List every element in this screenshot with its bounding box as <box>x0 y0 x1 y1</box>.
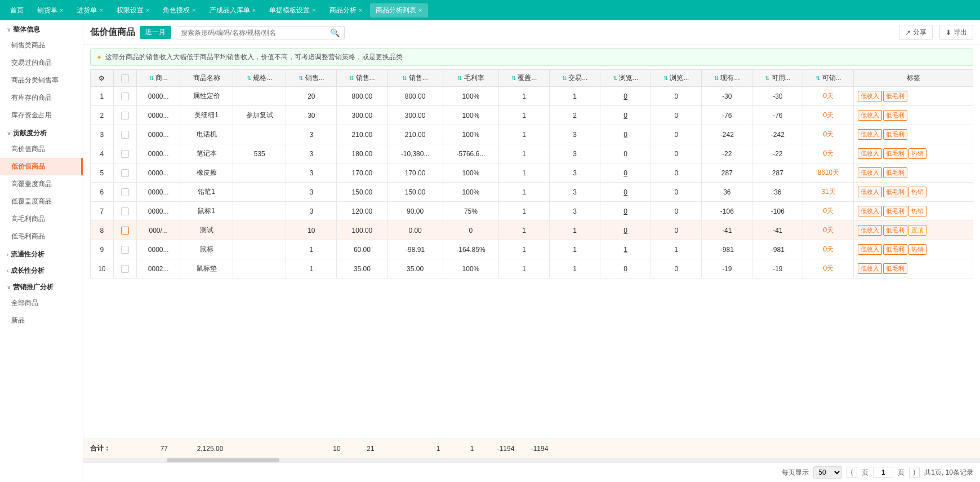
sidebar-item-stock-capital[interactable]: 库存资金占用 <box>0 107 83 124</box>
row-checkbox[interactable] <box>113 125 137 144</box>
close-icon[interactable]: × <box>252 7 256 14</box>
row-checkbox[interactable] <box>113 259 137 278</box>
sidebar-group-contribution[interactable]: ∨ 贡献度分析 <box>0 124 83 140</box>
sidebar-item-traded-products[interactable]: 交易过的商品 <box>0 54 83 72</box>
row-browse1[interactable]: 0 <box>600 87 651 106</box>
chevron-down-icon[interactable]: ∨ <box>7 284 11 290</box>
nav-template[interactable]: 单据模板设置 × <box>264 3 321 17</box>
row-name: 鼠标垫 <box>180 259 233 278</box>
sidebar-item-sales-products[interactable]: 销售类商品 <box>0 37 83 54</box>
sidebar-item-low-value[interactable]: 低价值商品 <box>0 158 83 175</box>
sidebar-item-high-margin[interactable]: 高毛利商品 <box>0 210 83 228</box>
row-spec <box>233 221 286 240</box>
first-page-button[interactable]: ⟨ <box>847 467 857 478</box>
row-gross-rate: 100% <box>443 87 498 106</box>
close-icon[interactable]: × <box>418 7 422 14</box>
row-gross-rate: 100% <box>443 106 498 125</box>
page-number-input[interactable] <box>873 467 893 478</box>
row-num: 2 <box>91 106 114 125</box>
page-title: 低价值商品 <box>90 26 135 38</box>
row-checkbox[interactable] <box>113 183 137 202</box>
row-browse1[interactable]: 1 <box>600 240 651 259</box>
horizontal-scrollbar[interactable] <box>83 458 980 462</box>
next-page-button[interactable]: ⟩ <box>909 467 920 478</box>
row-available: 287 <box>752 163 803 183</box>
chevron-right-icon[interactable]: › <box>7 251 8 258</box>
close-icon[interactable]: × <box>146 7 149 14</box>
row-browse1[interactable]: 0 <box>600 106 651 125</box>
sidebar-group-overall[interactable]: ∨ 整体信息 <box>0 20 83 37</box>
chevron-down-icon[interactable]: ∨ <box>7 26 11 33</box>
chevron-right-icon[interactable]: › <box>7 268 8 274</box>
row-browse1[interactable]: 0 <box>600 125 651 144</box>
row-gross-rate: 100% <box>443 183 498 202</box>
sidebar-item-all-products[interactable]: 全部商品 <box>0 294 83 312</box>
row-browse1[interactable]: 0 <box>600 202 651 221</box>
row-browse1[interactable]: 0 <box>600 183 651 202</box>
row-available: -41 <box>752 221 803 240</box>
row-browse1[interactable]: 0 <box>600 259 651 278</box>
col-settings[interactable]: ⚙ <box>91 70 114 87</box>
footer-sales-amount: 2,125.00 <box>185 445 235 453</box>
row-checkbox[interactable] <box>113 106 137 125</box>
row-browse1[interactable]: 0 <box>600 144 651 163</box>
row-name: 属性定价 <box>180 87 233 106</box>
row-browse2: 0 <box>651 183 702 202</box>
close-icon[interactable]: × <box>359 7 362 14</box>
row-checkbox[interactable] <box>113 163 137 183</box>
select-all-checkbox[interactable] <box>121 74 129 82</box>
col-checkbox[interactable] <box>113 70 137 87</box>
settings-icon[interactable]: ⚙ <box>99 74 105 82</box>
close-icon[interactable]: × <box>312 7 315 14</box>
sidebar-item-category-sales-rate[interactable]: 商品分类销售率 <box>0 72 83 89</box>
close-icon[interactable]: × <box>60 7 63 14</box>
sidebar-item-low-margin[interactable]: 低毛利商品 <box>0 228 83 245</box>
row-trade: 3 <box>550 163 600 183</box>
nav-home[interactable]: 首页 <box>5 3 29 17</box>
row-browse1[interactable]: 0 <box>600 221 651 240</box>
row-available: -76 <box>752 106 803 125</box>
row-name: 铅笔1 <box>180 183 233 202</box>
sidebar-item-stock-products[interactable]: 有库存的商品 <box>0 89 83 107</box>
header-actions: ↗ 分享 ⬇ 导出 <box>899 25 973 40</box>
export-icon: ⬇ <box>946 29 951 37</box>
nav-product-analysis[interactable]: 商品分析 × <box>324 3 368 17</box>
row-coverage: 1 <box>499 87 550 106</box>
nav-roles[interactable]: 角色授权 × <box>157 3 201 17</box>
nav-sales-order[interactable]: 销货单 × <box>32 3 69 17</box>
export-button[interactable]: ⬇ 导出 <box>939 25 973 40</box>
time-filter-button[interactable]: 近一月 <box>140 26 171 39</box>
chevron-down-icon[interactable]: ∨ <box>7 130 11 136</box>
row-checkbox[interactable] <box>113 144 137 163</box>
row-num: 5 <box>91 163 114 183</box>
sidebar-item-high-value[interactable]: 高价值商品 <box>0 140 83 158</box>
row-checkbox[interactable] <box>113 240 137 259</box>
row-sales-avg: 800.00 <box>387 87 443 106</box>
row-sales-amount: 60.00 <box>337 240 387 259</box>
row-checkbox[interactable] <box>113 87 137 106</box>
close-icon[interactable]: × <box>192 7 195 14</box>
sidebar-item-new-products[interactable]: 新品 <box>0 312 83 329</box>
row-checkbox[interactable] <box>113 221 137 240</box>
page-size-select[interactable]: 50 20 100 <box>813 466 842 479</box>
row-sales-avg: 0.00 <box>387 221 443 240</box>
row-name: 吴细细1 <box>180 106 233 125</box>
sidebar-group-growth[interactable]: › 成长性分析 <box>0 262 83 278</box>
sidebar-group-marketing[interactable]: ∨ 营销推广分析 <box>0 278 83 294</box>
close-icon[interactable]: × <box>99 7 103 14</box>
nav-production[interactable]: 产成品入库单 × <box>204 3 261 17</box>
row-browse1[interactable]: 0 <box>600 163 651 183</box>
row-saleable: 0天 <box>803 106 854 125</box>
sidebar-group-circulation[interactable]: › 流通性分析 <box>0 245 83 262</box>
sidebar-item-high-coverage[interactable]: 高覆盖度商品 <box>0 175 83 193</box>
row-available: -981 <box>752 240 803 259</box>
share-button[interactable]: ↗ 分享 <box>899 25 933 40</box>
nav-permissions[interactable]: 权限设置 × <box>111 3 155 17</box>
sidebar-item-low-coverage[interactable]: 低覆盖度商品 <box>0 193 83 210</box>
nav-purchase[interactable]: 进货单 × <box>71 3 108 17</box>
row-checkbox[interactable] <box>113 202 137 221</box>
scroll-thumb[interactable] <box>167 458 279 462</box>
search-input[interactable] <box>181 29 328 37</box>
col-available: ⇅ 可用... <box>752 70 803 87</box>
nav-product-analysis-list[interactable]: 商品分析列表 × <box>370 3 427 17</box>
